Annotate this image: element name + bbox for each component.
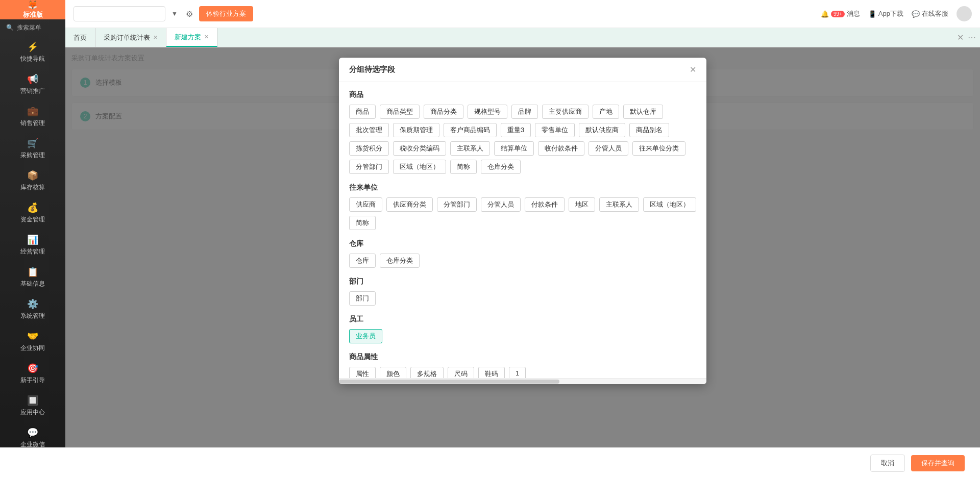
field-tag-department[interactable]: 部门 [349,291,376,306]
field-tags-employee: 业务员 [349,329,696,343]
field-tag-main-contact[interactable]: 主联系人 [450,141,490,156]
system-icon: ⚙️ [27,298,38,310]
field-tag-mgmt-person[interactable]: 分管人员 [481,197,521,212]
field-tag-weight3[interactable]: 重量3 [501,123,531,137]
field-tag-supervisor[interactable]: 分管人员 [589,141,628,156]
field-tag-region[interactable]: 区域（地区） [393,160,446,174]
field-tag-salesperson[interactable]: 业务员 [349,329,382,343]
shortcut-icon: ⚡ [27,41,38,53]
field-tag-tax-code[interactable]: 税收分类编码 [393,141,446,156]
modal-close-button[interactable]: ✕ [690,65,696,74]
sidebar-item-guide[interactable]: 🎯 新手引导 [0,358,65,390]
notification-item[interactable]: 🔔 99+ 消息 [821,9,860,18]
download-icon: 📱 [868,10,876,18]
service-icon: 💬 [912,10,920,18]
sidebar-item-inventory[interactable]: 📦 库存核算 [0,165,65,197]
field-tag-main-contact2[interactable]: 主联系人 [599,197,639,212]
field-tag-goods[interactable]: 商品 [349,105,376,119]
field-tag-warehouse-cat[interactable]: 仓库分类 [481,160,521,174]
field-tag-main-supplier[interactable]: 主要供应商 [542,105,589,119]
save-button[interactable]: 保存并查询 [911,455,965,471]
section-title-goods-attr: 商品属性 [349,353,696,362]
modal-section-goods-attr: 商品属性属性颜色多规格尺码鞋码1 [349,353,696,378]
sidebar-item-apps[interactable]: 🔲 应用中心 [0,390,65,422]
sidebar-item-finance[interactable]: 💰 资金管理 [0,197,65,229]
sidebar-logo[interactable]: 🦊 标准版 [0,0,65,19]
field-tag-settlement-unit[interactable]: 结算单位 [494,141,534,156]
download-item[interactable]: 📱 App下载 [868,9,903,18]
modal-section-goods: 商品商品商品类型商品分类规格型号品牌主要供应商产地默认仓库批次管理保质期管理客户… [349,90,696,174]
field-tag-one[interactable]: 1 [509,367,526,378]
field-tag-wh[interactable]: 仓库 [349,254,376,268]
field-tag-alias[interactable]: 商品别名 [629,123,669,137]
field-tag-payment-terms[interactable]: 收付款条件 [538,141,584,156]
bell-icon: 🔔 [821,10,829,18]
field-tag-size[interactable]: 尺码 [448,367,474,378]
field-tag-shoe-code[interactable]: 鞋码 [478,367,505,378]
field-select-modal: 分组待选字段 ✕ 商品商品商品类型商品分类规格型号品牌主要供应商产地默认仓库批次… [339,58,706,384]
field-tag-brand[interactable]: 品牌 [511,105,538,119]
sidebar-search-item[interactable]: 🔍 搜索菜单 [0,19,65,36]
tab-close-purchase[interactable]: ✕ [153,34,158,41]
section-title-partner: 往来单位 [349,183,696,192]
field-tag-quality-mgmt[interactable]: 保质期管理 [393,123,439,137]
field-tag-batch-mgmt[interactable]: 批次管理 [349,123,389,137]
topbar-gear-icon[interactable]: ⚙ [186,9,193,19]
tab-close-new-plan[interactable]: ✕ [204,34,209,40]
modal-body[interactable]: 商品商品商品类型商品分类规格型号品牌主要供应商产地默认仓库批次管理保质期管理客户… [339,82,706,378]
field-tag-retail-unit[interactable]: 零售单位 [535,123,575,137]
avatar[interactable] [957,6,972,21]
field-tag-attr[interactable]: 属性 [349,367,376,378]
topbar-dropdown-arrow[interactable]: ▼ [172,10,178,17]
tab-new-plan[interactable]: 新建方案 ✕ [166,28,217,47]
section-title-warehouse: 仓库 [349,239,696,248]
field-tag-mgmt-dept[interactable]: 分管部门 [437,197,477,212]
service-item[interactable]: 💬 在线客服 [912,9,948,18]
sidebar-item-sales[interactable]: 💼 销售管理 [0,100,65,133]
field-tag-wh-cat[interactable]: 仓库分类 [380,254,420,268]
modal-title: 分组待选字段 [349,65,395,74]
basic-icon: 📋 [27,266,38,278]
field-tag-short-name2[interactable]: 简称 [349,216,376,230]
tab-home[interactable]: 首页 [65,28,95,47]
wechat-icon: 💬 [27,427,38,438]
sidebar-item-system[interactable]: ⚙️ 系统管理 [0,293,65,325]
field-tag-supplier[interactable]: 供应商 [349,197,382,212]
section-title-employee: 员工 [349,315,696,324]
tab-purchase-stats[interactable]: 采购订单统计表 ✕ [95,28,166,47]
topbar-search-input[interactable] [74,6,165,21]
field-tag-source-unit-cat[interactable]: 往来单位分类 [632,141,685,156]
modal-horizontal-scrollbar[interactable] [339,378,706,384]
tab-expand-icon[interactable]: ⋯ [968,33,976,42]
field-tag-goods-type[interactable]: 商品类型 [380,105,420,119]
section-title-dept: 部门 [349,277,696,286]
field-tag-customer-code[interactable]: 客户商品编码 [444,123,497,137]
field-tag-dept-mgmt[interactable]: 分管部门 [349,160,389,174]
field-tag-origin[interactable]: 产地 [593,105,619,119]
sidebar-item-marketing[interactable]: 📢 营销推广 [0,68,65,100]
field-tag-color[interactable]: 颜色 [380,367,406,378]
field-tag-region2[interactable]: 区域（地区） [643,197,696,212]
field-tag-pay-terms[interactable]: 付款条件 [525,197,565,212]
marketing-icon: 📢 [27,73,38,85]
field-tag-supplier-cat[interactable]: 供应商分类 [386,197,433,212]
tab-close-icon[interactable]: ✕ [957,33,964,42]
field-tag-spec-type[interactable]: 规格型号 [468,105,507,119]
modal-section-employee: 员工业务员 [349,315,696,343]
sidebar-item-shortcut[interactable]: ⚡ 快捷导航 [0,36,65,68]
modal-section-dept: 部门部门 [349,277,696,306]
field-tag-goods-category[interactable]: 商品分类 [424,105,463,119]
sidebar-item-basic[interactable]: 📋 基础信息 [0,261,65,293]
field-tag-short-name[interactable]: 简称 [450,160,477,174]
sidebar-item-purchase[interactable]: 🛒 采购管理 [0,133,65,165]
sidebar-item-coop[interactable]: 🤝 企业协同 [0,325,65,358]
field-tag-default-warehouse[interactable]: 默认仓库 [623,105,663,119]
field-tag-pickup-points[interactable]: 拣货积分 [349,141,389,156]
field-tag-multi-spec[interactable]: 多规格 [410,367,444,378]
sidebar-item-business[interactable]: 📊 经营管理 [0,229,65,261]
trial-btn[interactable]: 体验行业方案 [199,6,253,21]
cancel-button[interactable]: 取消 [870,455,905,472]
field-tag-default-supplier[interactable]: 默认供应商 [579,123,625,137]
field-tag-area[interactable]: 地区 [569,197,595,212]
modal-section-warehouse: 仓库仓库仓库分类 [349,239,696,268]
